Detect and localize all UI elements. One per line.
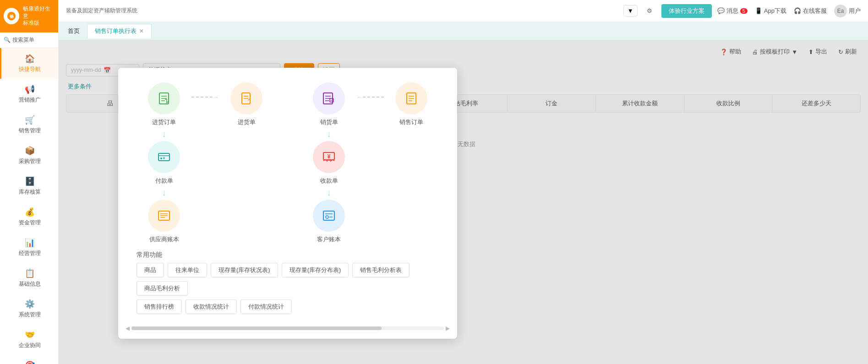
logo-icon: 畅 bbox=[4, 8, 19, 24]
tab-bar: 首页 销售订单执行表 ✕ bbox=[59, 22, 868, 40]
finance-icon: 💰 bbox=[25, 207, 35, 217]
topbar-actions: 💬 消息 5 📱 App下载 🎧 在线客服 Ea 用户 bbox=[717, 5, 861, 17]
supplier-account-label: 供应商账本 bbox=[149, 235, 179, 244]
sidebar-item-sales[interactable]: 🛒 销售管理 bbox=[0, 109, 58, 140]
func-btn-stock-status[interactable]: 现存量(库存状况表) bbox=[211, 263, 278, 277]
common-functions: 常用功能 商品 往来单位 现存量(库存状况表) 现存量(库存分布表) 销售毛利分… bbox=[118, 251, 457, 321]
customer-account-node[interactable]: 客户账本 bbox=[301, 200, 356, 244]
purchase-bill-icon bbox=[230, 82, 262, 114]
svg-rect-25 bbox=[323, 211, 334, 220]
svg-text:¥: ¥ bbox=[328, 153, 331, 160]
func-btn-partner[interactable]: 往来单位 bbox=[168, 263, 207, 277]
avatar: Ea bbox=[834, 5, 847, 17]
purchase-order-icon bbox=[148, 82, 180, 114]
func-btn-receipt-stats[interactable]: 收款情况统计 bbox=[186, 299, 237, 314]
message-badge: 5 bbox=[740, 8, 748, 14]
enterprise-icon: 🤝 bbox=[25, 330, 35, 340]
tab-close-icon[interactable]: ✕ bbox=[139, 28, 144, 34]
system-dropdown[interactable]: ▼ bbox=[623, 5, 638, 16]
sales-bill-node[interactable]: 销货单 bbox=[301, 82, 356, 126]
customer-account-label: 客户账本 bbox=[317, 235, 341, 244]
payment-bill-node[interactable]: ¥ 付款单 bbox=[136, 141, 191, 185]
workflow-diagram: 进货订单 ↓ ¥ bbox=[118, 68, 457, 251]
system-title: 装备及固定资产辅助管理系统 bbox=[66, 7, 618, 15]
sidebar-item-guide[interactable]: 🎯 新手引导 bbox=[0, 355, 58, 364]
chevron-down-icon: ▼ bbox=[628, 7, 633, 14]
purchase-order-label: 进货订单 bbox=[152, 118, 176, 126]
system-icon: ⚙️ bbox=[25, 299, 35, 309]
supplier-icon bbox=[148, 200, 180, 232]
func-btn-sales-profit[interactable]: 销售毛利分析表 bbox=[352, 263, 409, 277]
guide-icon: 🎯 bbox=[25, 360, 35, 364]
func-btn-payment-stats[interactable]: 付款情况统计 bbox=[240, 299, 292, 314]
customer-icon bbox=[313, 200, 345, 232]
sidebar-item-enterprise[interactable]: 🤝 企业协同 bbox=[0, 324, 58, 355]
trial-button[interactable]: 体验行业方案 bbox=[661, 4, 712, 18]
sales-order-label: 销售订单 bbox=[399, 118, 423, 126]
sales-order-icon bbox=[395, 82, 427, 114]
receipt-bill-node[interactable]: ¥ 收款单 bbox=[301, 141, 356, 185]
receipt-bill-label: 收款单 bbox=[320, 177, 338, 185]
workflow-modal: 进货订单 ↓ ¥ bbox=[118, 68, 457, 339]
tab-home[interactable]: 首页 bbox=[60, 24, 87, 38]
sales-bill-label: 销货单 bbox=[320, 118, 338, 126]
func-btn-product[interactable]: 商品 bbox=[136, 263, 164, 277]
sidebar-item-marketing[interactable]: 📢 营销推广 bbox=[0, 79, 58, 109]
sidebar-item-system[interactable]: ⚙️ 系统管理 bbox=[0, 293, 58, 324]
scroll-left-icon[interactable]: ◀ bbox=[126, 325, 130, 331]
search-menu[interactable]: 🔍 搜索菜单 bbox=[0, 33, 58, 48]
scrollbar-thumb bbox=[131, 326, 382, 330]
service-icon: 🎧 bbox=[794, 7, 801, 14]
sidebar-logo: 畅 畅康通好生意 标准版 bbox=[0, 0, 58, 33]
purchase-bill-node[interactable]: 进货单 bbox=[219, 82, 274, 126]
marketing-icon: 📢 bbox=[25, 84, 35, 94]
search-icon: 🔍 bbox=[4, 37, 11, 43]
supplier-account-node[interactable]: 供应商账本 bbox=[136, 200, 191, 244]
svg-point-27 bbox=[326, 216, 328, 218]
user-action[interactable]: Ea 用户 bbox=[834, 5, 861, 17]
modal-scrollbar[interactable]: ◀ ▶ bbox=[118, 321, 457, 331]
logo-text: 畅康通好生意 标准版 bbox=[23, 5, 55, 27]
receipt-icon: ¥ bbox=[313, 141, 345, 173]
func-btn-sales-ranking[interactable]: 销售排行榜 bbox=[136, 299, 182, 314]
scroll-right-icon[interactable]: ▶ bbox=[446, 325, 450, 331]
payment-bill-label: 付款单 bbox=[155, 177, 173, 185]
func-btns-row-2: 销售排行榜 收款情况统计 付款情况统计 bbox=[136, 299, 439, 314]
sales-order-node[interactable]: 销售订单 bbox=[384, 82, 439, 126]
content-area: ❓ 帮助 🖨 按模板打印 ▼ ⬆ 导出 ↻ 刷新 bbox=[59, 40, 868, 364]
operations-icon: 📊 bbox=[25, 238, 35, 248]
svg-text:畅: 畅 bbox=[10, 14, 14, 19]
payment-icon: ¥ bbox=[148, 141, 180, 173]
sidebar: 畅 畅康通好生意 标准版 🔍 搜索菜单 🏠 快捷导航 📢 营销推广 🛒 bbox=[0, 0, 59, 364]
settings-icon[interactable]: ⚙ bbox=[643, 5, 656, 17]
online-service-action[interactable]: 🎧 在线客服 bbox=[794, 7, 827, 15]
sidebar-item-quick-nav[interactable]: 🏠 快捷导航 bbox=[0, 48, 58, 79]
download-icon: 📱 bbox=[755, 7, 762, 14]
sidebar-item-operations[interactable]: 📊 经营管理 bbox=[0, 232, 58, 263]
sidebar-item-inventory[interactable]: 🗄️ 库存核算 bbox=[0, 171, 58, 201]
purchase-icon: 📦 bbox=[25, 146, 35, 156]
scrollbar-track[interactable] bbox=[131, 326, 444, 330]
sales-icon: 🛒 bbox=[25, 115, 35, 125]
func-btns-row-1: 商品 往来单位 现存量(库存状况表) 现存量(库存分布表) 销售毛利分析表 商品… bbox=[136, 263, 439, 296]
topbar: 装备及固定资产辅助管理系统 ▼ ⚙ 体验行业方案 💬 消息 5 📱 App下载 … bbox=[59, 0, 868, 22]
message-action[interactable]: 💬 消息 5 bbox=[717, 7, 748, 15]
sales-bill-icon bbox=[313, 82, 345, 114]
sidebar-nav: 🏠 快捷导航 📢 营销推广 🛒 销售管理 📦 采购管理 🗄️ 库存核算 💰 bbox=[0, 48, 58, 364]
func-btn-stock-dist[interactable]: 现存量(库存分布表) bbox=[282, 263, 349, 277]
message-icon: 💬 bbox=[717, 7, 725, 14]
tab-sales-order[interactable]: 销售订单执行表 ✕ bbox=[87, 24, 152, 38]
svg-text:¥: ¥ bbox=[163, 156, 165, 160]
app-download-action[interactable]: 📱 App下载 bbox=[755, 7, 786, 15]
purchase-bill-label: 进货单 bbox=[238, 118, 256, 126]
home-icon: 🏠 bbox=[25, 54, 35, 64]
func-btn-product-profit[interactable]: 商品毛利分析 bbox=[136, 281, 188, 296]
purchase-order-node[interactable]: 进货订单 bbox=[136, 82, 191, 126]
sidebar-item-purchase[interactable]: 📦 采购管理 bbox=[0, 140, 58, 171]
inventory-icon: 🗄️ bbox=[25, 176, 35, 186]
arrow-down-purchase: ↓ bbox=[162, 128, 166, 139]
svg-point-8 bbox=[160, 158, 162, 159]
sidebar-item-basic-info[interactable]: 📋 基础信息 bbox=[0, 263, 58, 293]
sidebar-item-finance[interactable]: 💰 资金管理 bbox=[0, 201, 58, 232]
main-content: 装备及固定资产辅助管理系统 ▼ ⚙ 体验行业方案 💬 消息 5 📱 App下载 … bbox=[59, 0, 868, 364]
